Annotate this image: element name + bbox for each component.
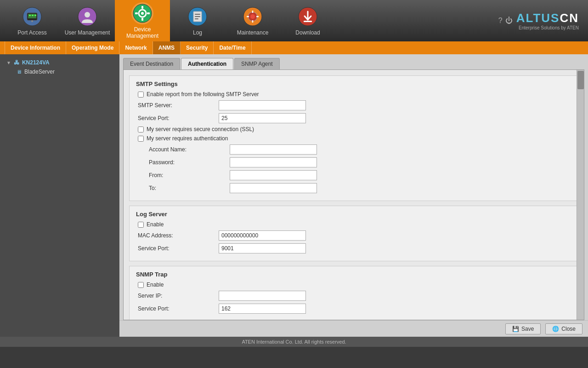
- nav-device-management[interactable]: Device Management: [115, 0, 170, 41]
- tab-event-destination[interactable]: Event Destination: [123, 58, 180, 69]
- svg-rect-18: [195, 14, 200, 15]
- port-access-icon: [21, 6, 43, 28]
- snmp-server-ip-input[interactable]: [219, 291, 306, 301]
- smtp-server-input[interactable]: [219, 100, 306, 110]
- save-label: Save: [521, 326, 534, 332]
- footer: ATEN International Co. Ltd. All rights r…: [0, 337, 588, 347]
- svg-rect-25: [304, 21, 312, 22]
- user-management-icon: [76, 6, 98, 28]
- password-label: Password:: [147, 159, 230, 166]
- nav-maintenance[interactable]: Maintenance: [225, 0, 280, 41]
- log-service-port-input[interactable]: [219, 243, 306, 253]
- sidebar: ▼ 🖧 KN2124VA 🖥 BladeServer: [0, 54, 119, 337]
- mac-address-label: MAC Address:: [136, 232, 219, 239]
- tab-authentication[interactable]: Authentication: [181, 58, 233, 69]
- sidebar-item-kn2124va[interactable]: ▼ 🖧 KN2124VA: [4, 58, 116, 67]
- from-input[interactable]: [230, 170, 317, 180]
- nav-port-access-label: Port Access: [17, 29, 46, 36]
- smtp-port-label: Service Port:: [136, 115, 219, 121]
- password-input[interactable]: [230, 157, 317, 167]
- sec-nav-datetime[interactable]: Date/Time: [214, 41, 251, 54]
- smtp-port-input[interactable]: [219, 113, 306, 123]
- sec-nav-device-information[interactable]: Device Information: [5, 41, 66, 54]
- svg-rect-20: [195, 18, 198, 19]
- account-name-input[interactable]: [230, 144, 317, 155]
- mac-address-row: MAC Address:: [136, 230, 571, 241]
- tab-bar: Event Destination Authentication SNMP Ag…: [119, 54, 588, 69]
- smtp-enable-checkbox[interactable]: [138, 92, 144, 98]
- log-server-title: Log Server: [136, 211, 571, 218]
- svg-rect-12: [141, 6, 143, 9]
- from-row: From:: [147, 170, 571, 180]
- nav-device-management-label: Device Management: [117, 26, 168, 39]
- mac-address-input[interactable]: [219, 230, 306, 241]
- auth-label: My server requires authentication: [147, 135, 228, 142]
- download-icon: [297, 6, 319, 28]
- auth-sub-fields: Account Name: Password: From: To:: [136, 144, 571, 193]
- close-label: Close: [561, 326, 576, 332]
- smtp-enable-label: Enable report from the following SMTP Se…: [147, 91, 259, 98]
- smtp-enable-row: Enable report from the following SMTP Se…: [136, 91, 571, 98]
- snmp-enable-label: Enable: [147, 282, 164, 288]
- nav-download[interactable]: Download: [280, 0, 335, 41]
- to-input[interactable]: [230, 183, 317, 193]
- top-navigation: Port Access User Management Device Manag: [0, 0, 588, 41]
- smtp-server-row: SMTP Server:: [136, 100, 571, 110]
- nav-log-label: Log: [193, 29, 202, 36]
- from-label: From:: [147, 172, 230, 178]
- sec-nav-network[interactable]: Network: [119, 41, 153, 54]
- to-label: To:: [147, 185, 230, 191]
- snmp-service-port-input[interactable]: [219, 304, 306, 314]
- log-icon: [187, 6, 209, 28]
- sec-nav-operating-mode[interactable]: Operating Mode: [66, 41, 119, 54]
- ssl-label: My server requires secure connection (SS…: [147, 126, 254, 132]
- nav-port-access[interactable]: Port Access: [5, 0, 60, 41]
- main-layout: ▼ 🖧 KN2124VA 🖥 BladeServer Event Destina…: [0, 54, 588, 337]
- main-panel[interactable]: SMTP Settings Enable report from the fol…: [123, 69, 584, 320]
- nav-log[interactable]: Log: [170, 0, 225, 41]
- svg-point-8: [85, 12, 90, 17]
- sec-nav-security[interactable]: Security: [181, 41, 214, 54]
- svg-rect-6: [34, 15, 36, 16]
- snmp-service-port-row: Service Port:: [136, 304, 571, 314]
- log-service-port-row: Service Port:: [136, 243, 571, 253]
- svg-rect-14: [135, 12, 138, 14]
- smtp-port-row: Service Port:: [136, 113, 571, 123]
- save-button[interactable]: 💾 Save: [505, 323, 541, 334]
- nav-user-management[interactable]: User Management: [60, 0, 115, 41]
- nav-user-management-label: User Management: [65, 29, 110, 36]
- svg-rect-13: [141, 18, 143, 21]
- snmp-enable-checkbox[interactable]: [138, 282, 144, 288]
- svg-rect-15: [147, 12, 150, 14]
- log-server-section: Log Server Enable MAC Address: Service P…: [129, 206, 578, 261]
- device-management-icon: [131, 2, 153, 24]
- sidebar-kn2124va-label: KN2124VA: [22, 59, 50, 66]
- tab-snmp-agent[interactable]: SNMP Agent: [234, 58, 279, 69]
- snmp-service-port-label: Service Port:: [136, 305, 219, 312]
- account-name-label: Account Name:: [147, 146, 230, 153]
- svg-rect-19: [195, 16, 200, 17]
- auth-checkbox[interactable]: [138, 136, 144, 142]
- help-icon[interactable]: ?: [498, 17, 503, 25]
- log-enable-checkbox[interactable]: [138, 222, 144, 228]
- snmp-server-ip-row: Server IP:: [136, 291, 571, 301]
- brand-subtitle: Enterprise Solutions by ATEN: [516, 25, 579, 30]
- close-button[interactable]: 🌐 Close: [545, 323, 582, 334]
- footer-text: ATEN International Co. Ltd. All rights r…: [242, 339, 346, 345]
- svg-point-23: [250, 14, 255, 19]
- scrollbar-track[interactable]: [577, 70, 584, 320]
- snmp-trap-title: SNMP Trap: [136, 271, 571, 278]
- sidebar-item-bladeserver[interactable]: 🖥 BladeServer: [4, 67, 116, 76]
- snmp-enable-row: Enable: [136, 282, 571, 288]
- ssl-checkbox[interactable]: [138, 126, 144, 132]
- bottom-bar: 💾 Save 🌐 Close: [119, 320, 588, 337]
- scrollbar-thumb[interactable]: [577, 71, 584, 89]
- sec-nav-anms[interactable]: ANMS: [153, 41, 181, 54]
- sidebar-bladeserver-label: BladeServer: [24, 69, 55, 75]
- brand-logo: ALTUSCN: [516, 11, 579, 25]
- smtp-server-label: SMTP Server:: [136, 102, 219, 109]
- collapse-icon: ▼: [6, 60, 11, 65]
- secondary-navigation: Device Information Operating Mode Networ…: [0, 41, 588, 54]
- content-area: Event Destination Authentication SNMP Ag…: [119, 54, 588, 337]
- power-icon[interactable]: ⏻: [505, 17, 513, 25]
